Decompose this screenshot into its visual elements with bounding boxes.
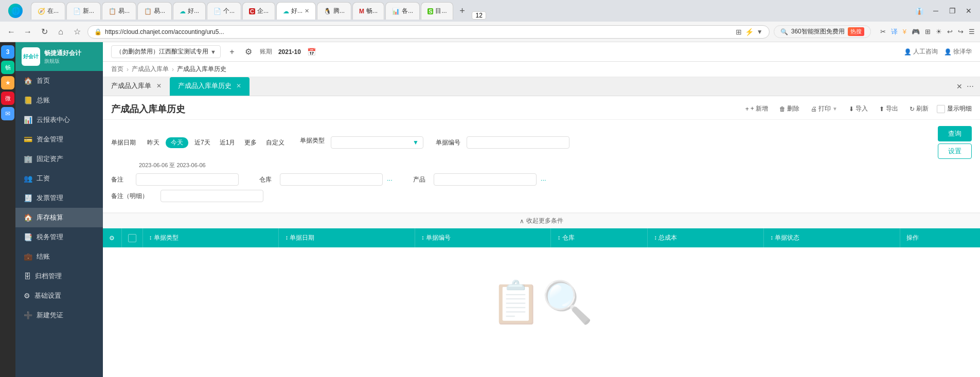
th-date[interactable]: ↕ 单据日期 — [279, 228, 415, 247]
import-btn[interactable]: ⬇ 导入 — [846, 102, 871, 115]
refresh-btn[interactable]: ↻ 刷新 — [906, 102, 932, 115]
restore-btn[interactable]: ❐ — [945, 4, 959, 18]
tab-hao2[interactable]: ☁ 好... ✕ — [276, 2, 316, 20]
th-type[interactable]: ↕ 单据类型 — [142, 228, 279, 247]
date-more-btn[interactable]: 更多 — [241, 137, 260, 148]
collapse-btn[interactable]: ∧ 收起更多条件 — [520, 217, 563, 225]
game-icon[interactable]: 🎮 — [912, 28, 920, 35]
date-yesterday-btn[interactable]: 昨天 — [144, 137, 163, 148]
sidebar-item-general-ledger[interactable]: 📒 总账 — [15, 91, 103, 110]
redo-icon[interactable]: ↪ — [958, 28, 964, 35]
tab-hao1[interactable]: ☁ 好... — [173, 2, 206, 20]
home-btn[interactable]: ⌂ — [55, 26, 67, 38]
tab-zaidu[interactable]: 🧭 在... — [31, 2, 65, 20]
tab-ge[interactable]: 📄 个... — [207, 2, 241, 20]
lightning-icon[interactable]: ⚡ — [745, 28, 754, 36]
close-panel-btn[interactable]: ✕ — [956, 82, 963, 91]
th-warehouse[interactable]: ↕ 仓库 — [551, 228, 648, 247]
forward-btn[interactable]: → — [22, 26, 34, 38]
app-icon-weibo[interactable]: 微 — [1, 92, 14, 105]
delete-btn[interactable]: 🗑 删除 — [776, 102, 803, 115]
settings-button[interactable]: 设置 — [938, 143, 972, 159]
new-tab-btn[interactable]: + — [454, 2, 470, 20]
sidebar-item-payroll[interactable]: 👥 工资 — [15, 169, 103, 188]
th-checkbox[interactable] — [121, 228, 142, 247]
browser-logo[interactable]: 🌐 — [8, 4, 23, 18]
tab-mu[interactable]: S 目... — [421, 2, 453, 20]
tab-list[interactable]: 产成品入库单 ✕ — [103, 77, 170, 96]
print-btn[interactable]: 🖨 打印 ▼ — [808, 102, 841, 115]
tab-history[interactable]: 产成品入库单历史 ✕ — [170, 77, 250, 96]
date-custom-btn[interactable]: 自定义 — [263, 137, 288, 148]
tab-list-close[interactable]: ✕ — [156, 82, 162, 89]
url-bar[interactable]: 🔒 https://cloud.chanjet.com/accounting/u… — [87, 25, 770, 39]
app-icon-chanjet[interactable]: 畅 — [1, 61, 14, 74]
add-account-btn[interactable]: + — [227, 47, 237, 57]
consult-btn[interactable]: 👤 人工咨询 — [904, 47, 938, 56]
tab-teng[interactable]: 🐧 腾... — [317, 2, 351, 20]
translate-icon[interactable]: 译 — [891, 27, 898, 37]
user-avatar[interactable]: 👤 徐泽华 — [944, 47, 972, 56]
tab-ge2[interactable]: 📊 各... — [385, 2, 420, 20]
calendar-icon[interactable]: 📅 — [307, 48, 316, 56]
undo-icon[interactable]: ↩ — [947, 28, 953, 35]
th-number[interactable]: ↕ 单据编号 — [415, 228, 551, 247]
close-btn[interactable]: ✕ — [961, 4, 976, 18]
dropdown-arrow[interactable]: ▼ — [757, 28, 763, 35]
number-filter-input[interactable] — [467, 136, 569, 149]
app-icon-star[interactable]: ★ — [1, 76, 14, 89]
sidebar-item-inventory[interactable]: 🏠 库存核算 — [15, 208, 103, 227]
apps-icon[interactable]: ⊞ — [925, 28, 931, 35]
refresh-btn[interactable]: ↻ — [38, 26, 50, 38]
bookmark-btn[interactable]: ☆ — [71, 26, 83, 38]
tab-count[interactable]: 12 — [472, 11, 486, 20]
app-icon-mail[interactable]: ✉ — [1, 107, 14, 120]
product-filter-input[interactable] — [434, 173, 537, 186]
shirt-icon[interactable]: 👔 — [912, 6, 926, 16]
grid-icon[interactable]: ⊞ — [736, 28, 742, 36]
tab-yi1[interactable]: 📋 易... — [102, 2, 136, 20]
tab-xin[interactable]: 📄 新... — [66, 2, 101, 20]
date-7days-btn[interactable]: 近7天 — [191, 137, 213, 148]
panel-settings-btn[interactable]: ⋯ — [967, 82, 974, 91]
scissors-icon[interactable]: ✂ — [880, 28, 886, 35]
print-dropdown[interactable]: ▼ — [832, 106, 838, 112]
minimize-btn[interactable]: ─ — [929, 4, 943, 18]
export-btn[interactable]: ⬆ 导出 — [876, 102, 901, 115]
sidebar-item-tax[interactable]: 📑 税务管理 — [15, 227, 103, 247]
sidebar-item-cloud-report[interactable]: 📊 云报表中心 — [15, 110, 103, 130]
yuan-icon[interactable]: ¥ — [903, 28, 906, 35]
show-detail-checkbox[interactable] — [937, 105, 945, 113]
sidebar-item-new-voucher[interactable]: ➕ 新建凭证 — [15, 306, 103, 325]
date-today-btn[interactable]: 今天 — [166, 137, 188, 148]
tab-close-btn[interactable]: ✕ — [305, 8, 309, 14]
search-box[interactable]: 🔍 360智能抠图免费用 热搜 — [774, 25, 871, 38]
header-checkbox[interactable] — [128, 234, 136, 242]
warehouse-filter-input[interactable] — [280, 173, 383, 186]
th-status[interactable]: ↕ 单据状态 — [763, 228, 900, 247]
app-icon-360[interactable]: 3 — [1, 45, 14, 59]
sidebar-item-home[interactable]: 🏠 首页 — [15, 71, 103, 91]
menu-icon[interactable]: ☰ — [969, 28, 975, 35]
account-selector[interactable]: （勿删勿禁用）江西酿宝测试专用 ▼ — [111, 45, 221, 58]
tab-qi[interactable]: C 企... — [242, 2, 275, 20]
breadcrumb-list[interactable]: 产成品入库单 — [132, 65, 169, 74]
query-button[interactable]: 查询 — [938, 126, 972, 141]
collapse-bar[interactable]: ∧ 收起更多条件 — [103, 213, 980, 228]
account-settings-btn[interactable]: ⚙ — [243, 47, 254, 57]
breadcrumb-home[interactable]: 首页 — [111, 65, 123, 74]
sidebar-item-invoice[interactable]: 🧾 发票管理 — [15, 188, 103, 208]
type-filter-select[interactable]: ▼ — [331, 136, 423, 149]
tab-history-close[interactable]: ✕ — [236, 82, 241, 89]
sidebar-item-fixed-assets[interactable]: 🏢 固定资产 — [15, 149, 103, 169]
back-btn[interactable]: ← — [5, 26, 17, 38]
product-more-btn[interactable]: ··· — [541, 176, 546, 184]
detail-remark-input[interactable] — [161, 190, 263, 202]
add-btn[interactable]: + + 新增 — [742, 102, 771, 115]
warehouse-more-btn[interactable]: ··· — [387, 176, 393, 184]
theme-icon[interactable]: ☀ — [936, 28, 942, 35]
sidebar-item-settings[interactable]: ⚙ 基础设置 — [15, 286, 103, 306]
sidebar-item-fund[interactable]: 💳 资金管理 — [15, 130, 103, 149]
th-cost[interactable]: ↕ 总成本 — [647, 228, 763, 247]
date-1month-btn[interactable]: 近1月 — [217, 137, 239, 148]
